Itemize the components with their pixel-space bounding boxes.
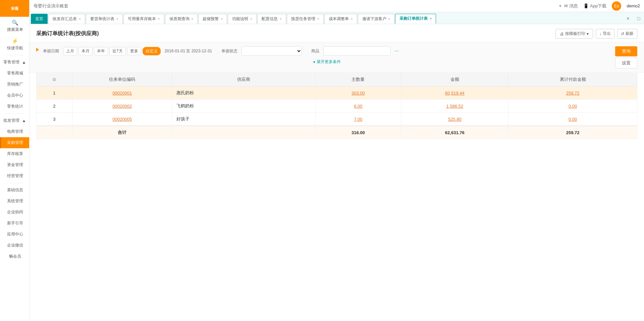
- qty-link[interactable]: 6.00: [354, 104, 362, 109]
- table-row[interactable]: 1 00020001 惠氏奶粉 303.00 60,519.44 259.72: [37, 87, 637, 100]
- tab-config-info[interactable]: 配置信息 ×: [257, 14, 286, 24]
- sidebar-item-member2[interactable]: 畅会员: [0, 251, 30, 262]
- print-label: 按模板打印: [565, 31, 585, 37]
- status-select[interactable]: [241, 46, 302, 56]
- tab-invite-customer[interactable]: 邀请下游客户 ×: [358, 14, 395, 24]
- avatar-text: Ea: [614, 4, 619, 8]
- amount-link[interactable]: 1,586.52: [446, 104, 463, 109]
- refresh-button[interactable]: ↺ 刷新: [617, 29, 637, 39]
- sidebar-item-inventory[interactable]: 库存核算: [0, 148, 30, 159]
- tab-close-icon[interactable]: ×: [79, 17, 81, 21]
- sidebar-item-wechat-work[interactable]: 企业微信: [0, 240, 30, 251]
- table-row[interactable]: 3 00020005 好孩子 7.00 525.80 0.00: [37, 113, 637, 126]
- tab-feature-desc[interactable]: 功能说明 ×: [228, 14, 257, 24]
- data-table: ⚙ 往来单位编码 供应商 主数量 金额: [36, 73, 637, 139]
- paid-link[interactable]: 0.00: [569, 117, 577, 122]
- print-button[interactable]: 🖨 按模板打印 ▾: [555, 29, 593, 39]
- tab-close-icon[interactable]: ×: [280, 17, 282, 21]
- paid-link[interactable]: 259.72: [566, 91, 580, 96]
- goods-label: 商品: [311, 48, 319, 54]
- goods-more-icon[interactable]: ···: [394, 48, 399, 54]
- code-link[interactable]: 00020005: [112, 117, 132, 122]
- tab-close-icon[interactable]: ×: [317, 17, 319, 21]
- tab-pick-task[interactable]: 拣货任务管理 ×: [287, 14, 324, 24]
- date-label: 单据日期: [43, 48, 59, 54]
- paid-link[interactable]: 0.00: [569, 104, 577, 109]
- sidebar-item-quick-nav[interactable]: ⚡ 快捷导航: [0, 35, 30, 54]
- col-paid-label: 累计付款金额: [560, 77, 586, 82]
- tab-close-icon[interactable]: ×: [250, 17, 252, 21]
- close-all-tabs-btn[interactable]: ×: [624, 14, 632, 22]
- qty-link[interactable]: 303.00: [352, 91, 365, 96]
- tab-close-icon[interactable]: ×: [158, 17, 160, 21]
- table-settings-icon[interactable]: ⚙: [51, 76, 58, 83]
- last-7days-btn[interactable]: 近7天: [109, 47, 126, 55]
- tab-expiry[interactable]: 保质期查询 ×: [165, 14, 198, 24]
- download-icon: 📱: [583, 3, 589, 8]
- user-avatar[interactable]: Ea: [612, 1, 621, 11]
- sidebar-item-purchase-mgmt[interactable]: 采购管理: [0, 137, 30, 148]
- tab-overstock[interactable]: 超储预警 ×: [198, 14, 227, 24]
- this-month-btn[interactable]: 本月: [78, 47, 93, 55]
- sidebar-item-retail-mall[interactable]: 零售商城: [0, 68, 30, 79]
- tab-close-icon[interactable]: ×: [351, 17, 353, 21]
- settings-button[interactable]: 设置: [615, 58, 637, 68]
- app-download-action[interactable]: 📱 App下载: [583, 3, 606, 9]
- tab-home[interactable]: 首页: [31, 14, 48, 24]
- filter-toggle-icon[interactable]: [36, 48, 39, 52]
- sidebar-item-retail-mgmt[interactable]: 零售管理 ▲: [0, 57, 30, 68]
- sidebar-item-finance[interactable]: 资金管理: [0, 159, 30, 170]
- message-action[interactable]: ✉ 消息: [564, 3, 578, 9]
- sidebar-item-label: 企业微信: [7, 243, 23, 248]
- search-button[interactable]: 查询: [615, 46, 637, 56]
- tab-purchase-stats[interactable]: 采购订单统计表 ×: [395, 14, 436, 24]
- sidebar-item-ecommerce[interactable]: 电商管理: [0, 126, 30, 137]
- tab-cost-adjust[interactable]: 成本调整单 ×: [324, 14, 357, 24]
- dropdown-icon[interactable]: ▾: [559, 3, 561, 8]
- sidebar-item-corp-collab[interactable]: 企业协同: [0, 207, 30, 218]
- sidebar-item-new-guide[interactable]: 新手引导: [0, 218, 30, 229]
- sidebar-item-marketing[interactable]: 营销推广: [0, 79, 30, 90]
- col-header-code: 往来单位编码: [72, 73, 172, 87]
- sidebar-item-member[interactable]: 会员中心: [0, 90, 30, 101]
- expand-conditions-btn[interactable]: ▾ 展开更多条件: [311, 58, 343, 66]
- amount-link[interactable]: 60,519.44: [445, 91, 465, 96]
- tab-close-icon[interactable]: ×: [388, 17, 390, 21]
- restore-btn[interactable]: □: [635, 14, 643, 22]
- tab-close-icon[interactable]: ×: [430, 17, 432, 20]
- last-month-btn[interactable]: 上月: [63, 47, 77, 55]
- sidebar-item-basic-info[interactable]: 基础信息: [0, 184, 30, 196]
- tab-stock-summary[interactable]: 收发存汇总表 ×: [48, 14, 85, 24]
- code-link[interactable]: 00020002: [112, 104, 132, 109]
- tab-available-inventory[interactable]: 可用量库存账本 ×: [123, 14, 164, 24]
- sidebar-item-wholesale-mgmt[interactable]: 批发管理 ▲: [0, 115, 30, 126]
- this-year-btn[interactable]: 本年: [94, 47, 108, 55]
- custom-date-btn[interactable]: 自定义: [143, 47, 161, 55]
- cell-paid: 0.00: [508, 113, 637, 126]
- more-date-btn[interactable]: 更多: [127, 47, 141, 55]
- qty-link[interactable]: 7.00: [354, 117, 362, 122]
- tab-close-icon[interactable]: ×: [116, 17, 118, 21]
- cell-qty: 6.00: [315, 100, 401, 113]
- sidebar-item-search[interactable]: 🔍 搜索菜单: [0, 17, 30, 35]
- goods-input[interactable]: [323, 46, 390, 56]
- page-header-actions: 🖨 按模板打印 ▾ ↓ 导出 ↺ 刷新: [555, 29, 637, 39]
- sidebar-item-retail-stats[interactable]: 零售统计: [0, 101, 30, 112]
- export-button[interactable]: ↓ 导出: [596, 29, 614, 39]
- sidebar-item-app-center[interactable]: 应用中心: [0, 229, 30, 240]
- amount-link[interactable]: 525.80: [448, 117, 462, 122]
- sidebar-item-sys-mgmt[interactable]: 系统管理: [0, 196, 30, 207]
- main-content: 母婴行业演示账套 ▾ ✉ 消息 📱 App下载 Ea demo2 首页 收发存汇…: [30, 0, 644, 321]
- topbar-actions: ✉ 消息 📱 App下载 Ea demo2: [564, 1, 640, 11]
- sidebar-item-label: 零售统计: [7, 104, 23, 109]
- footer-amount: 62,631.76: [401, 126, 508, 139]
- tab-label: 采购订单统计表: [399, 16, 428, 21]
- tab-label: 保质期查询: [169, 16, 190, 22]
- code-link[interactable]: 00020001: [112, 91, 132, 96]
- table-row[interactable]: 2 00020002 飞鹤奶粉 6.00 1,586.52 0.00: [37, 100, 637, 113]
- tab-close-icon[interactable]: ×: [221, 17, 223, 21]
- tab-order-stats[interactable]: 要货单统计表 ×: [86, 14, 123, 24]
- username[interactable]: demo2: [627, 3, 640, 8]
- sidebar-item-business-mgmt[interactable]: 经营管理: [0, 170, 30, 181]
- tab-close-icon[interactable]: ×: [192, 17, 194, 21]
